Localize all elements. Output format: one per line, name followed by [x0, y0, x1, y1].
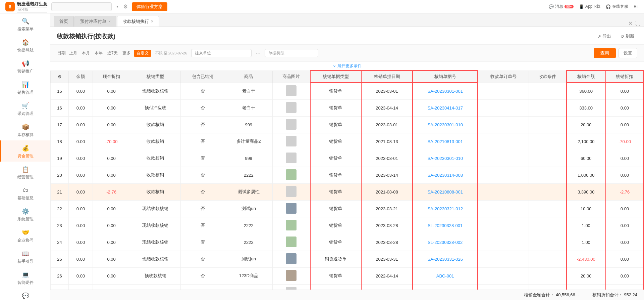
cell-cash-discount: 0.00: [93, 150, 130, 167]
filter-settings-btn[interactable]: 设置: [619, 48, 637, 58]
bill-no-link[interactable]: SA-20230301-010: [427, 156, 463, 161]
cell-bill-type: 销货单: [310, 116, 362, 133]
dropdown-arrow-icon[interactable]: ▼: [116, 5, 119, 8]
cell-bill-no: SL-20230328-002: [413, 234, 478, 251]
tab-receivable-close[interactable]: ×: [151, 19, 153, 24]
bill-no-link[interactable]: SL-20230328-001: [428, 223, 463, 228]
cell-bill-date: 2023-03-01: [361, 150, 413, 167]
tab-prepaid-close[interactable]: ×: [108, 19, 111, 24]
cell-bill-date: 2023-03-01: [361, 116, 413, 133]
notification-label: 消息: [555, 4, 563, 9]
date-btn-last-month[interactable]: 上月: [68, 50, 78, 57]
bill-no-link[interactable]: SL-20230328-002: [428, 240, 463, 245]
export-btn[interactable]: ↗ 导出: [594, 32, 614, 41]
close-all-icon[interactable]: ✕: [628, 20, 633, 27]
message-icon: 💬: [549, 4, 554, 9]
cell-bill-type: 销货单: [310, 284, 362, 290]
sidebar-label-sales: 销售管理: [17, 90, 34, 95]
cell-bill-type: 销货单: [310, 167, 362, 183]
col-header-included: 包含已结清: [181, 71, 225, 83]
sidebar-item-sales[interactable]: 📊 销售管理: [0, 77, 50, 98]
date-btn-7days[interactable]: 近7天: [106, 50, 119, 57]
tab-home[interactable]: 首页: [54, 16, 74, 27]
system-icon: ⚙️: [22, 208, 29, 215]
cell-recv-order: [478, 200, 529, 217]
sidebar-item-quick-nav[interactable]: 🏠 快捷导航: [0, 35, 50, 56]
gear-icon[interactable]: ⚙: [58, 74, 62, 79]
sidebar-item-collab[interactable]: 🤝 企业协同: [0, 225, 50, 246]
cell-id: 15: [51, 83, 69, 99]
user-info[interactable]: Rit: [634, 4, 639, 9]
cell-goods: 2222: [225, 217, 272, 234]
sidebar-item-wechat[interactable]: 💬 企业微信: [0, 288, 50, 300]
table-wrapper[interactable]: ⚙ 余额 现金折扣 核销类型 包含已结清 商品 商品图片 核销单据类型 核销单据…: [50, 70, 644, 290]
bill-no-link[interactable]: ABC-001: [436, 273, 454, 278]
cell-goods: 2222: [225, 167, 272, 183]
cell-included: 否: [181, 116, 225, 133]
date-btn-more[interactable]: 更多: [121, 50, 132, 57]
trial-btn[interactable]: 体验行业方案: [132, 2, 167, 11]
cell-goods: 测试jun: [225, 200, 272, 217]
bill-no-link[interactable]: SA-20230321-012: [427, 206, 463, 211]
query-btn[interactable]: 查询: [594, 48, 616, 58]
app-download-item[interactable]: 📱 App下载: [579, 4, 600, 9]
sidebar-item-finance[interactable]: 💰 资金管理: [0, 140, 50, 162]
bill-type-select[interactable]: 单据类型: [265, 49, 318, 57]
bill-no-link[interactable]: SA-20230414-017: [427, 105, 463, 111]
cell-type: 现结收款核销: [130, 200, 181, 217]
cell-id: 21: [51, 183, 69, 200]
settings-icon[interactable]: ⚙: [123, 3, 128, 10]
bill-no-link[interactable]: SA-20230301-010: [427, 122, 463, 127]
cell-recv-order: [478, 284, 529, 290]
sidebar-item-search[interactable]: 🔍 搜索菜单: [0, 13, 50, 35]
bill-no-link[interactable]: SA-20230331-026: [427, 257, 463, 262]
bill-no-link[interactable]: SA-20230301-001: [427, 89, 463, 94]
content-area: 首页 预付冲应付单 × 收款核销执行 × ✕ ⛶ 收款核销执行(按收款): [50, 13, 644, 300]
sidebar-item-system[interactable]: ⚙️ 系统管理: [0, 204, 50, 225]
custom-date-btn[interactable]: 自定义: [134, 50, 151, 57]
sidebar-item-hardware[interactable]: 💻 智能硬件: [0, 267, 50, 288]
col-header-balance: 余额: [69, 71, 93, 83]
date-btn-this-month[interactable]: 本月: [80, 50, 91, 57]
cell-cash-discount: 0.00: [93, 251, 130, 267]
cell-recv-cond: [529, 284, 566, 290]
total-amount-value: 40,556,66...: [556, 292, 579, 297]
online-service-item[interactable]: 🎧 在线客服: [606, 4, 628, 9]
sidebar-item-operations[interactable]: 📋 经营管理: [0, 162, 50, 183]
bill-no-link[interactable]: SA-20230314-008: [427, 173, 463, 178]
sidebar-label-search: 搜索菜单: [17, 26, 34, 32]
sidebar-item-basic-info[interactable]: 🗂 基础信息: [0, 183, 50, 204]
expand-bar[interactable]: ∨ 展开更多条件: [50, 62, 644, 70]
export-icon: ↗: [597, 34, 601, 39]
purchase-icon: 🛒: [22, 102, 29, 110]
bill-no-link[interactable]: SA-20210813-001: [427, 139, 463, 144]
bill-no-link[interactable]: SA-20210808-001: [427, 189, 463, 195]
tab-receivable[interactable]: 收款核销执行 ×: [117, 16, 159, 27]
search-input[interactable]: [51, 2, 112, 11]
sidebar-item-purchase[interactable]: 🛒 采购管理: [0, 98, 50, 119]
cell-type: 预收款核销: [130, 267, 181, 284]
sidebar-item-inventory[interactable]: 📦 库存核算: [0, 119, 50, 140]
basic-info-icon: 🗂: [22, 187, 29, 194]
cell-id: 16: [51, 99, 69, 116]
maximize-icon[interactable]: ⛶: [635, 20, 641, 27]
from-unit-input[interactable]: [191, 49, 252, 57]
cell-goods: 老白干: [225, 99, 272, 116]
table-row: 17 0.00 0.00 收款核销 否 999 销货单 2023-03-01 S…: [51, 116, 644, 133]
marketing-icon: 📢: [22, 60, 29, 67]
tab-bar: 首页 预付冲应付单 × 收款核销执行 × ✕ ⛶: [50, 13, 644, 27]
table-row: 15 0.00 0.00 现结收款核销 否 老白干 销货单 2023-03-01…: [51, 83, 644, 99]
cell-id: 25: [51, 251, 69, 267]
refresh-btn[interactable]: ↺ 刷新: [618, 32, 637, 41]
brand-name: 畅捷通谱好生意: [17, 1, 47, 7]
notification-badge: 99+: [565, 5, 574, 8]
cell-balance: 0.00: [69, 183, 93, 200]
sidebar-item-guide[interactable]: 📖 新手引导: [0, 246, 50, 267]
cell-bill-type: 销货单: [310, 83, 362, 99]
cell-included: 否: [181, 133, 225, 150]
sidebar: 🔍 搜索菜单 🏠 快捷导航 📢 营销推广 📊 销售管理 🛒 采购管理 📦 库存核…: [0, 13, 50, 300]
sidebar-item-marketing[interactable]: 📢 营销推广: [0, 56, 50, 77]
tab-prepaid[interactable]: 预付冲应付单 ×: [74, 16, 116, 27]
date-btn-this-year[interactable]: 本年: [93, 50, 104, 57]
notification-item[interactable]: 💬 消息 99+: [549, 4, 574, 9]
